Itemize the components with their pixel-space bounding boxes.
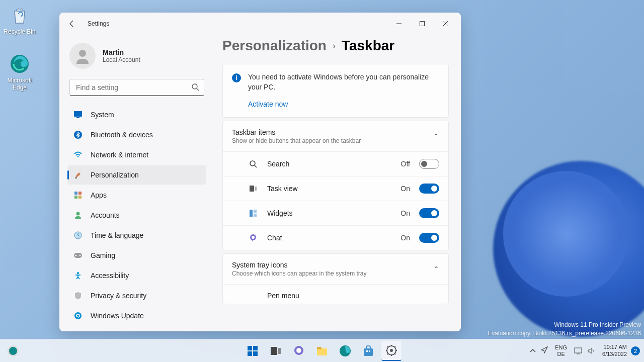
svg-rect-26 <box>255 187 257 191</box>
search-input[interactable] <box>69 79 204 96</box>
person-icon <box>73 211 83 220</box>
svg-rect-14 <box>74 196 77 199</box>
breadcrumb-parent[interactable]: Personalization <box>222 38 327 54</box>
nav-apps[interactable]: Apps <box>67 186 206 205</box>
svg-rect-27 <box>250 210 253 217</box>
close-button[interactable] <box>434 16 457 32</box>
user-type: Local Account <box>103 56 140 63</box>
search-box <box>69 79 204 96</box>
svg-line-54 <box>387 346 388 347</box>
nav-personalization[interactable]: Personalization <box>67 165 206 185</box>
user-block[interactable]: Martin Local Account <box>67 35 206 79</box>
toggle-search[interactable] <box>419 159 439 169</box>
activation-notice: i You need to activate Windows before yo… <box>222 64 449 118</box>
svg-point-20 <box>79 255 81 256</box>
explorer-button[interactable] <box>312 341 332 361</box>
section-subtitle: Show or hide buttons that appear on the … <box>232 137 361 144</box>
svg-rect-13 <box>78 192 82 195</box>
sidebar: Martin Local Account System Bluetooth & … <box>59 35 210 331</box>
taskview-button[interactable] <box>266 341 286 361</box>
svg-rect-39 <box>278 348 281 354</box>
toggle-chat[interactable] <box>419 233 439 243</box>
desktop-icon-label: Recycle Bin <box>2 28 37 35</box>
avatar <box>69 43 96 69</box>
taskbar-items-section: Taskbar items Show or hide buttons that … <box>222 121 449 250</box>
chat-button[interactable] <box>289 341 309 361</box>
edge-icon <box>9 53 31 75</box>
user-name: Martin <box>103 48 140 56</box>
toggle-widgets[interactable] <box>419 208 439 218</box>
svg-rect-12 <box>74 192 77 195</box>
svg-point-6 <box>192 84 197 89</box>
section-subtitle: Choose which icons can appear in the sys… <box>232 270 366 277</box>
main-content: Personalization › Taskbar i You need to … <box>210 35 461 331</box>
titlebar: Settings <box>59 13 461 35</box>
desktop-recycle-bin[interactable]: Recycle Bin <box>2 4 37 35</box>
clock[interactable]: 10:17 AM 6/13/2022 <box>602 344 627 357</box>
section-header-taskbar-items[interactable]: Taskbar items Show or hide buttons that … <box>223 121 448 151</box>
svg-rect-34 <box>248 346 252 350</box>
svg-rect-8 <box>74 111 82 117</box>
toggle-taskview[interactable] <box>419 184 439 194</box>
apps-icon <box>73 191 83 200</box>
minimize-button[interactable] <box>387 16 411 32</box>
svg-line-24 <box>255 165 257 167</box>
svg-point-49 <box>390 349 393 352</box>
svg-rect-43 <box>317 347 321 349</box>
row-chat: Chat On <box>223 225 448 250</box>
nav-accessibility[interactable]: Accessibility <box>67 266 206 285</box>
back-button[interactable] <box>63 15 80 32</box>
section-title: Taskbar items <box>232 128 361 136</box>
notification-badge[interactable]: 2 <box>631 346 640 355</box>
nav-bluetooth[interactable]: Bluetooth & devices <box>67 125 206 144</box>
svg-point-22 <box>74 312 82 319</box>
svg-rect-46 <box>366 350 368 352</box>
svg-rect-47 <box>369 350 370 352</box>
store-button[interactable] <box>358 341 378 361</box>
section-header-systray[interactable]: System tray icons Choose which icons can… <box>223 254 448 284</box>
row-penmenu: Pen menu <box>223 284 448 304</box>
row-widgets: Widgets On <box>223 201 448 225</box>
location-icon[interactable] <box>541 346 548 355</box>
gamepad-icon <box>73 251 83 260</box>
svg-rect-18 <box>74 253 82 258</box>
start-button[interactable] <box>243 341 263 361</box>
activate-link[interactable]: Activate now <box>248 100 439 108</box>
chat-icon <box>248 234 258 242</box>
system-tray-section: System tray icons Choose which icons can… <box>222 253 449 304</box>
nav-gaming[interactable]: Gaming <box>67 246 206 265</box>
nav-accounts[interactable]: Accounts <box>67 206 206 225</box>
system-tray: ENG DE 10:17 AM 6/13/2022 2 <box>527 344 640 357</box>
svg-rect-28 <box>254 210 257 213</box>
svg-rect-11 <box>75 177 77 178</box>
edge-button[interactable] <box>335 341 355 361</box>
svg-rect-45 <box>364 348 373 356</box>
desktop-edge[interactable]: Microsoft Edge <box>2 53 37 91</box>
chevron-up-icon: ⌃ <box>433 265 439 273</box>
tray-chevron-icon[interactable] <box>530 347 536 354</box>
row-search: Search Off <box>223 151 448 176</box>
nav-update[interactable]: Windows Update <box>67 306 206 325</box>
nav-time[interactable]: Time & language <box>67 226 206 245</box>
nav-system[interactable]: System <box>67 105 206 124</box>
bluetooth-icon <box>73 130 83 139</box>
info-icon: i <box>232 73 241 82</box>
search-icon <box>248 160 258 168</box>
nav-network[interactable]: Network & internet <box>67 145 206 164</box>
wifi-icon <box>73 150 83 159</box>
svg-line-56 <box>387 353 388 354</box>
svg-rect-58 <box>575 348 582 353</box>
settings-window: Settings Martin Local Account <box>59 13 461 331</box>
taskbar-edge-running[interactable] <box>3 341 23 361</box>
nav-privacy[interactable]: Privacy & security <box>67 286 206 305</box>
search-icon <box>191 83 199 93</box>
taskbar-center <box>243 341 401 361</box>
maximize-button[interactable] <box>411 16 434 32</box>
svg-point-33 <box>9 347 17 355</box>
svg-line-57 <box>394 346 395 347</box>
settings-button[interactable] <box>381 341 401 361</box>
tray-network-sound[interactable] <box>571 345 598 356</box>
language-switcher[interactable]: ENG DE <box>555 344 567 356</box>
svg-point-16 <box>76 212 80 216</box>
chevron-up-icon: ⌃ <box>433 132 439 140</box>
